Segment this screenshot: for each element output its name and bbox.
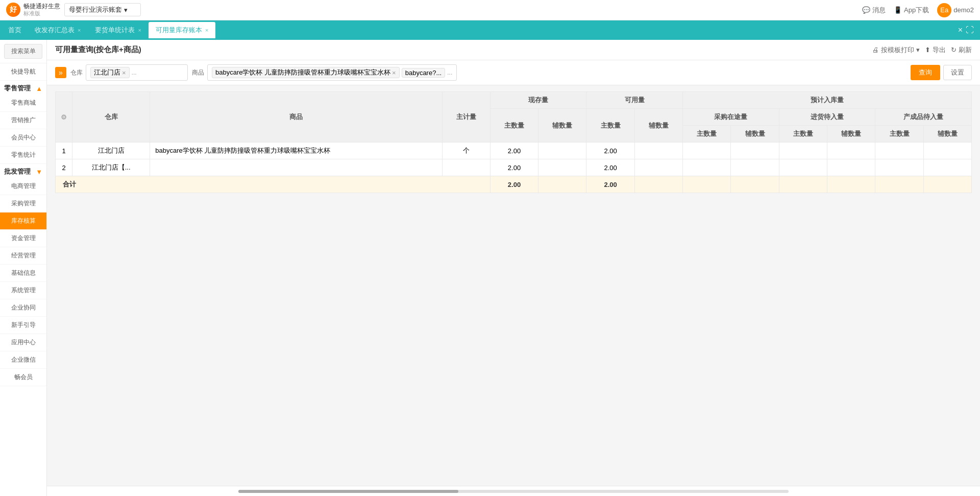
query-button[interactable]: 查询 bbox=[911, 65, 940, 80]
row-incoming-sub bbox=[827, 159, 875, 176]
warehouse-tag-remove[interactable]: × bbox=[122, 69, 126, 77]
incoming-main-header: 主数量 bbox=[779, 126, 827, 143]
summary-stock-sub bbox=[538, 176, 586, 193]
sidebar-item-guide[interactable]: 新手引导 bbox=[0, 317, 46, 334]
product-col-header: 商品 bbox=[150, 92, 442, 143]
sidebar-item-system[interactable]: 系统管理 bbox=[0, 282, 46, 299]
user-profile[interactable]: Ea demo2 bbox=[937, 3, 974, 17]
row-stock-main: 2.00 bbox=[490, 159, 538, 176]
export-button[interactable]: ⬆ 导出 bbox=[925, 45, 946, 55]
sidebar-item-operation[interactable]: 经营管理 bbox=[0, 247, 46, 265]
purchase-transit-header: 采购在途量 bbox=[683, 109, 779, 126]
version-badge: 标准版 bbox=[23, 10, 60, 17]
print-label: 按模板打印 bbox=[881, 45, 914, 55]
sidebar-item-retail-shop[interactable]: 零售商城 bbox=[0, 95, 46, 112]
tab-receipt-label: 收发存汇总表 bbox=[35, 26, 75, 35]
sidebar-item-member[interactable]: 会员中心 bbox=[0, 129, 46, 147]
row-purchase-sub bbox=[731, 143, 779, 159]
horizontal-scrollbar[interactable] bbox=[238, 490, 789, 493]
sidebar-item-ecommerce[interactable]: 电商管理 bbox=[0, 178, 46, 195]
tab-home[interactable]: 首页 bbox=[2, 22, 28, 38]
sidebar-item-finance[interactable]: 资金管理 bbox=[0, 230, 46, 247]
sidebar-item-appstore[interactable]: 应用中心 bbox=[0, 334, 46, 351]
export-icon: ⬆ bbox=[925, 46, 930, 54]
row-avail-main: 2.00 bbox=[586, 143, 634, 159]
print-button[interactable]: 🖨 按模板打印 ▾ bbox=[872, 45, 920, 55]
row-unit: 个 bbox=[442, 143, 490, 159]
sidebar-item-enterprise[interactable]: 企业协同 bbox=[0, 299, 46, 317]
username-label: demo2 bbox=[953, 6, 974, 14]
tab-receipt-close[interactable]: × bbox=[78, 27, 81, 33]
layout: 搜索菜单 快捷导航 零售管理 ▲ 零售商城 营销推广 会员中心 零售统计 批发管… bbox=[0, 40, 980, 496]
chevron-down-icon: ▾ bbox=[124, 6, 128, 14]
tab-available-close[interactable]: × bbox=[205, 27, 208, 33]
tab-home-label: 首页 bbox=[8, 26, 21, 35]
product-tag-1: babycare学饮杯 儿童防摔防撞吸管杯重力球吸嘴杯宝宝水杯 × bbox=[212, 67, 400, 78]
tab-order-close[interactable]: × bbox=[138, 27, 141, 33]
sidebar: 搜索菜单 快捷导航 零售管理 ▲ 零售商城 营销推广 会员中心 零售统计 批发管… bbox=[0, 40, 47, 496]
row-avail-sub bbox=[634, 159, 682, 176]
row-purchase-main bbox=[683, 159, 731, 176]
summary-purchase-sub bbox=[731, 176, 779, 193]
sidebar-item-member2[interactable]: 畅会员 bbox=[0, 369, 46, 386]
sidebar-item-shortcut[interactable]: 快捷导航 bbox=[0, 63, 46, 81]
tab-order[interactable]: 要货单统计表 × bbox=[88, 22, 148, 38]
sidebar-item-wechat[interactable]: 企业微信 bbox=[0, 351, 46, 369]
app-download-button[interactable]: 📱 App下载 bbox=[894, 6, 929, 15]
summary-purchase-main bbox=[683, 176, 731, 193]
nav-tabs: 首页 收发存汇总表 × 要货单统计表 × 可用量库存账本 × × ⛶ bbox=[0, 20, 980, 40]
maximize-btn[interactable]: ⛶ bbox=[966, 26, 974, 35]
account-label: 母婴行业演示账套 bbox=[69, 5, 122, 14]
tab-receipt[interactable]: 收发存汇总表 × bbox=[28, 22, 88, 38]
app-logo: 好 bbox=[6, 3, 20, 17]
app-download-label: App下载 bbox=[904, 6, 929, 15]
product-tag-1-remove[interactable]: × bbox=[392, 69, 396, 77]
warehouse-input[interactable]: 江北门店 × ... bbox=[86, 64, 188, 81]
search-menu-button[interactable]: 搜索菜单 bbox=[4, 44, 42, 59]
row-product-main bbox=[875, 143, 923, 159]
top-bar-left: 好 畅捷通好生意 标准版 母婴行业演示账套 ▾ bbox=[6, 3, 141, 17]
refresh-button[interactable]: ↻ 刷新 bbox=[951, 45, 972, 55]
table-row: 2 江北门店【... 2.00 2.00 bbox=[56, 159, 972, 176]
sidebar-item-marketing[interactable]: 营销推广 bbox=[0, 112, 46, 129]
purchase-main-header: 主数量 bbox=[683, 126, 731, 143]
row-warehouse: 江北门店 bbox=[72, 143, 150, 159]
summary-row: 合计 2.00 2.00 bbox=[56, 176, 972, 193]
logo-area: 好 畅捷通好生意 标准版 bbox=[6, 3, 60, 17]
filter-toggle-button[interactable]: » bbox=[55, 67, 66, 78]
row-index: 2 bbox=[56, 159, 72, 176]
message-label: 消息 bbox=[872, 6, 886, 15]
refresh-icon: ↻ bbox=[951, 46, 957, 54]
table-settings-icon[interactable]: ⚙ bbox=[61, 113, 67, 121]
settings-col-header: ⚙ bbox=[56, 92, 72, 143]
row-product-sub bbox=[923, 143, 971, 159]
product-wait-header: 产成品待入量 bbox=[875, 109, 972, 126]
row-incoming-main bbox=[779, 143, 827, 159]
row-unit bbox=[442, 159, 490, 176]
stock-sub-header: 辅数量 bbox=[538, 109, 586, 143]
chevron-down-icon: ▼ bbox=[36, 168, 42, 176]
scroll-area bbox=[47, 486, 980, 496]
sidebar-item-basic[interactable]: 基础信息 bbox=[0, 265, 46, 282]
chevron-down-icon: ▾ bbox=[916, 46, 920, 54]
warehouse-more[interactable]: ... bbox=[132, 69, 137, 76]
purchase-sub-header: 辅数量 bbox=[731, 126, 779, 143]
close-tab-btn[interactable]: × bbox=[958, 26, 963, 35]
warehouse-col-header: 仓库 bbox=[72, 92, 150, 143]
sidebar-item-retail-stats[interactable]: 零售统计 bbox=[0, 147, 46, 164]
incoming-group-header: 预计入库量 bbox=[683, 92, 972, 109]
summary-product-sub bbox=[923, 176, 971, 193]
product-input[interactable]: babycare学饮杯 儿童防摔防撞吸管杯重力球吸嘴杯宝宝水杯 × babyca… bbox=[207, 64, 457, 81]
account-dropdown[interactable]: 母婴行业演示账套 ▾ bbox=[64, 3, 141, 16]
summary-product-main bbox=[875, 176, 923, 193]
message-button[interactable]: 💬 消息 bbox=[862, 6, 886, 15]
print-icon: 🖨 bbox=[872, 46, 879, 54]
table-row: 1 江北门店 babycare学饮杯 儿童防摔防撞吸管杯重力球吸嘴杯宝宝水杯 个… bbox=[56, 143, 972, 159]
nav-action-btns: × ⛶ bbox=[958, 26, 978, 35]
settings-button[interactable]: 设置 bbox=[943, 65, 972, 80]
tab-available[interactable]: 可用量库存账本 × bbox=[149, 22, 215, 38]
row-avail-main: 2.00 bbox=[586, 159, 634, 176]
sidebar-item-inventory[interactable]: 库存核算 bbox=[0, 212, 46, 230]
main-content: 可用量查询(按仓库+商品) 🖨 按模板打印 ▾ ⬆ 导出 ↻ 刷新 » bbox=[47, 40, 980, 496]
sidebar-item-purchase[interactable]: 采购管理 bbox=[0, 195, 46, 212]
